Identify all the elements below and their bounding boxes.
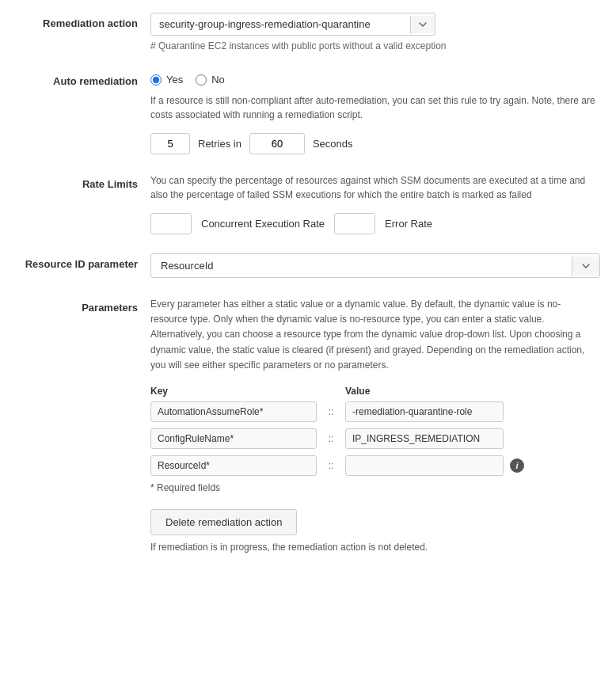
auto-remediation-content: Yes No If a resource is still non-compli… — [150, 70, 600, 154]
remediation-action-value: security-group-ingress-remediation-quara… — [151, 13, 410, 35]
auto-remediation-info: If a resource is still non-compliant aft… — [150, 93, 600, 122]
concurrent-execution-rate-label: Concurrent Execution Rate — [201, 218, 325, 230]
rate-inputs-row: Concurrent Execution Rate Error Rate — [150, 213, 600, 234]
seconds-input[interactable] — [249, 133, 305, 154]
parameters-table: Key Value :: :: :: i — [150, 386, 600, 476]
resource-id-parameter-label: Resource ID parameter — [16, 253, 150, 270]
resource-id-value: ResourceId — [151, 254, 572, 277]
retries-row: Retries in Seconds — [150, 133, 600, 154]
auto-remediation-radio-group: Yes No — [150, 70, 600, 86]
param-key-0[interactable] — [150, 401, 317, 422]
param-row-0: :: — [150, 401, 600, 422]
parameters-description: Every parameter has either a static valu… — [150, 297, 594, 373]
remediation-action-content: security-group-ingress-remediation-quara… — [150, 13, 600, 51]
auto-remediation-label: Auto remediation — [16, 70, 150, 87]
resource-id-select[interactable]: ResourceId — [150, 253, 600, 278]
seconds-label: Seconds — [313, 138, 353, 150]
parameters-label: Parameters — [16, 297, 150, 314]
delete-remediation-action-button[interactable]: Delete remediation action — [150, 509, 297, 535]
auto-remediation-row: Auto remediation Yes No If a resource is… — [16, 70, 600, 154]
rate-limits-description: You can specify the percentage of resour… — [150, 173, 594, 202]
param-separator-0: :: — [323, 406, 339, 417]
parameters-content: Every parameter has either a static valu… — [150, 297, 600, 553]
auto-remediation-no-label: No — [211, 74, 225, 86]
remediation-action-row: Remediation action security-group-ingres… — [16, 13, 600, 51]
auto-remediation-no-radio[interactable] — [196, 74, 207, 86]
param-separator-2: :: — [323, 460, 339, 471]
resource-id-dropdown-btn[interactable] — [572, 257, 599, 276]
rate-limits-content: You can specify the percentage of resour… — [150, 173, 600, 234]
remediation-action-select[interactable]: security-group-ingress-remediation-quara… — [150, 13, 435, 36]
param-value-0[interactable] — [345, 401, 504, 422]
param-row-1: :: — [150, 428, 600, 449]
parameters-row: Parameters Every parameter has either a … — [16, 297, 600, 553]
key-column-header: Key — [150, 386, 317, 397]
param-separator-1: :: — [323, 433, 339, 444]
retries-input[interactable] — [150, 133, 190, 154]
param-value-2[interactable] — [345, 455, 504, 476]
separator-spacer — [323, 386, 339, 397]
param-key-1[interactable] — [150, 428, 317, 449]
remediation-action-dropdown-btn[interactable] — [410, 16, 435, 33]
auto-remediation-no-option[interactable]: No — [196, 74, 225, 86]
retries-label: Retries in — [198, 138, 241, 150]
remediation-action-hint: # Quarantine EC2 instances with public p… — [150, 40, 600, 51]
remediation-action-label: Remediation action — [16, 13, 150, 29]
rate-limits-row: Rate Limits You can specify the percenta… — [16, 173, 600, 234]
value-column-header: Value — [345, 386, 370, 397]
resource-id-parameter-content: ResourceId — [150, 253, 600, 278]
auto-remediation-yes-radio[interactable] — [150, 74, 162, 86]
param-value-1[interactable] — [345, 428, 504, 449]
error-rate-input[interactable] — [334, 213, 375, 234]
delete-note: If remediation is in progress, the remed… — [150, 542, 600, 553]
auto-remediation-yes-option[interactable]: Yes — [150, 74, 183, 86]
error-rate-label: Error Rate — [385, 218, 432, 230]
param-key-2[interactable] — [150, 455, 317, 476]
required-note: * Required fields — [150, 482, 600, 493]
resource-id-info-icon[interactable]: i — [510, 458, 524, 473]
param-row-2: :: i — [150, 455, 600, 476]
concurrent-execution-rate-input[interactable] — [150, 213, 192, 234]
auto-remediation-yes-label: Yes — [166, 74, 183, 86]
rate-limits-label: Rate Limits — [16, 173, 150, 190]
resource-id-parameter-row: Resource ID parameter ResourceId — [16, 253, 600, 278]
parameters-header: Key Value — [150, 386, 600, 397]
